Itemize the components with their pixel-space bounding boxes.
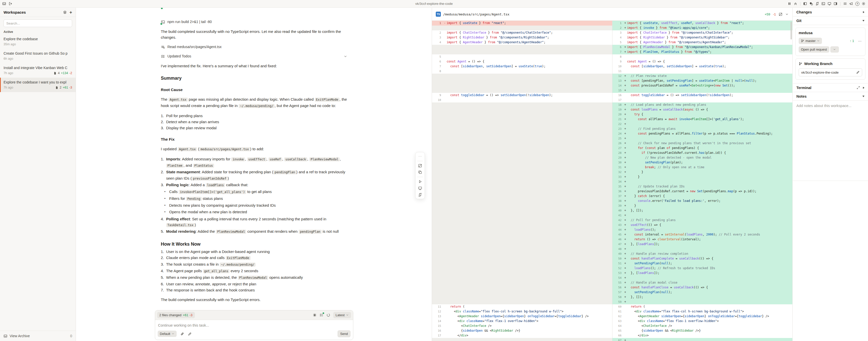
tray-icon[interactable] [2,2,6,6]
diff-new-cell: 35+ // Update tracked plan IDs [612,184,792,189]
diff-row: 12 <div className="flex flex-col h-scree… [432,309,792,314]
diff-removed-count: -1 [773,12,776,16]
tool-call-terminal[interactable]: npm run build 2>&1 | tail -80 [161,19,347,25]
branch-dropdown[interactable]: master [799,38,822,44]
diff-row: 59+ [432,300,792,304]
drag-handle-icon[interactable] [418,154,422,158]
list-item: 1.Imports: Added necessary imports for i… [161,156,347,169]
collapse-icon[interactable] [794,2,797,6]
chevron-down-icon[interactable] [785,13,788,16]
diff-new-cell: 27+ for (const plan of pendingPlans) { [612,146,792,151]
pen-icon[interactable] [188,332,192,336]
version-dropdown[interactable]: Latest [333,312,351,318]
megaphone-icon[interactable] [849,2,853,6]
hide-diff-icon[interactable] [418,164,422,168]
diff-old-cell [432,175,612,179]
send-button[interactable]: Send [338,330,350,337]
theme-icon[interactable] [809,2,813,6]
view-archive-button[interactable]: View Archive 0 [0,331,76,341]
terminal-icon[interactable] [822,2,825,6]
diff-scrollbar[interactable] [790,22,792,39]
diff-row: 47+ }, [loadPlans]); [432,242,792,247]
help-icon[interactable]: ? [855,2,859,6]
diff-row: 52+ loadPlans(); // Refresh to update tr… [432,266,792,271]
list-item: 5.When a new pending plan is detected, t… [161,275,347,281]
inline-code: pendingPlan [273,170,296,174]
compare-icon[interactable] [815,2,819,6]
diff-row: 48+ [432,247,792,251]
search-input[interactable] [4,20,72,27]
layers-icon[interactable] [63,10,67,14]
diff-old-cell [432,295,612,300]
diff-new-cell: 26+ // Check for new pending plans that … [612,141,792,146]
edit-icon[interactable] [856,70,860,74]
more-options-button[interactable]: ⋯ [858,39,862,43]
compare-icon[interactable] [418,193,422,197]
monitor-icon[interactable] [418,186,422,190]
todos-status-icon[interactable] [320,313,323,317]
diff-old-cell: 17 </div> [432,333,612,338]
notes-input[interactable]: Add notes about this workspace... [793,101,868,181]
terminal-section-header[interactable]: Terminal [793,83,868,92]
git-section-header[interactable]: Git [793,17,868,25]
diff-old-cell [432,271,612,276]
workspace-item-2[interactable]: Create Good First Issues on Github So p6… [0,49,76,63]
pause-icon[interactable] [787,2,791,6]
diff-row: 25+ [432,136,792,141]
diff-old-cell: 2import { ChatInterface } from "@/compon… [432,30,612,35]
git-label: Git [796,19,801,23]
workspace-item-3[interactable]: Install and integrate Vibe Kanban Web C7… [0,63,76,78]
copy-icon[interactable] [418,170,422,174]
message-input[interactable]: Continue working on this task... [155,320,353,328]
message-paragraph: The build completed successfully with no… [161,297,347,303]
panel-right-icon[interactable] [834,2,837,6]
notes-label: Notes [796,94,807,98]
sparkle-icon[interactable] [313,313,317,317]
diff-file-header[interactable]: TS /medusa/medusa/src/pages/Agent.tsx +5… [432,8,792,21]
diff-row: 11 return (60 return ( [432,304,792,309]
hide-diff-icon[interactable] [779,12,782,16]
read-icon [161,45,165,49]
diff-new-cell: 42+ // Poll for pending plans [612,218,792,223]
working-branch-input[interactable]: vk/3ccf-explore-the-code [799,68,862,76]
diff-old-cell [432,194,612,198]
inline-code: useEffect [247,157,267,161]
diff-new-cell: 1+import { useState, useEffect, useRef, … [612,21,792,26]
diff-new-cell: 11 [612,69,792,73]
monitor-icon[interactable] [828,2,831,6]
gear-icon[interactable] [862,2,865,6]
git-branch-icon [801,39,804,42]
menu-icon[interactable] [843,2,847,6]
changes-section-header[interactable]: Changes [793,8,868,17]
diff-old-cell [432,198,612,204]
tool-call-label: npm run build 2>&1 | tail -80 [167,19,212,25]
files-changed-chip[interactable]: 2 files changed +61 -3 [157,312,195,318]
diff-row: 32+ } [432,170,792,175]
diff-new-cell: 53+ }, [loadPlans]); [612,271,792,276]
workspace-item-1[interactable]: Explore the codebase35m ago [0,34,76,49]
tool-call-todos[interactable]: Updated Todos [161,53,347,59]
tool-call-read[interactable]: Read medusa/src/pages/Agent.tsx [161,44,347,50]
diff-row: 41+ [432,213,792,218]
list-item: 4.Polling effect: Set up a polling inter… [161,216,347,228]
expand-icon[interactable] [857,86,860,89]
diff-old-cell [432,242,612,247]
files-changed-label: 2 files changed [159,313,181,317]
diff-old-cell [432,50,612,54]
notes-section-header[interactable]: Notes [793,92,868,101]
diff-old-cell [432,189,612,194]
open-pull-request-button[interactable]: Open pull request [799,46,829,53]
attach-icon[interactable] [180,332,184,336]
chat-panel: npm run build 2>&1 | tail -80The build c… [76,8,432,341]
panel-left-icon[interactable] [803,2,807,6]
workspace-item-4[interactable]: Explore the codebase I want you to expl7… [0,78,76,92]
add-workspace-button[interactable]: + [69,11,72,14]
sign-out-icon[interactable] [9,2,12,6]
chevron-down-icon[interactable] [344,55,347,58]
diff-row: 55+ // Handle plan modal close [432,280,792,285]
diff-row: 51+ setPendingPlan(null); [432,261,792,266]
mode-dropdown[interactable]: Default [158,331,177,337]
pr-dropdown-button[interactable] [830,46,839,53]
diff-row: 1017 [432,98,792,102]
play-icon[interactable] [418,180,422,184]
